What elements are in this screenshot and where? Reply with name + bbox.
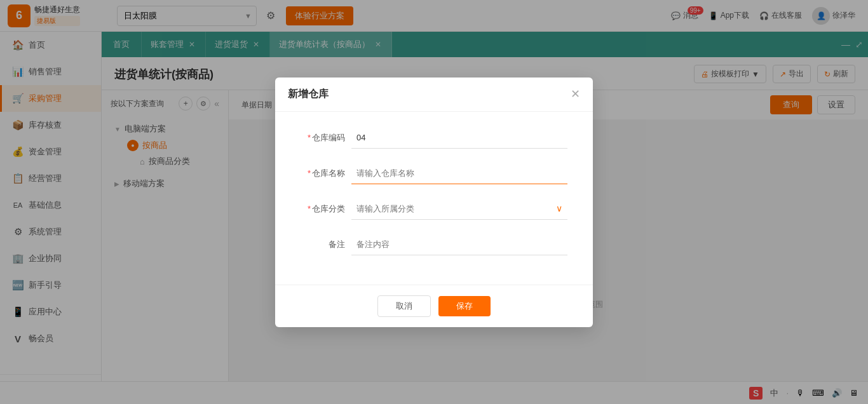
category-input[interactable]	[356, 204, 556, 213]
modal-overlay[interactable]: 新增仓库 ✕ 仓库编码 仓库名称 仓库分类 ∨	[0, 0, 868, 404]
category-select-wrap[interactable]: ∨	[351, 198, 567, 220]
form-row-category: 仓库分类 ∨	[301, 198, 567, 220]
code-label: 仓库编码	[301, 132, 351, 144]
category-chevron-icon: ∨	[556, 203, 562, 213]
dialog-body: 仓库编码 仓库名称 仓库分类 ∨ 备注	[275, 112, 593, 285]
dialog-footer: 取消 保存	[275, 285, 593, 327]
name-input[interactable]	[351, 163, 567, 184]
dialog-title: 新增仓库	[288, 88, 329, 101]
note-label: 备注	[301, 239, 351, 250]
form-row-note: 备注	[301, 234, 567, 255]
code-input[interactable]	[351, 127, 567, 149]
dialog-header: 新增仓库 ✕	[275, 77, 593, 112]
dialog-close-icon[interactable]: ✕	[571, 88, 580, 100]
name-label: 仓库名称	[301, 168, 351, 179]
save-button[interactable]: 保存	[438, 296, 491, 316]
form-row-name: 仓库名称	[301, 163, 567, 184]
form-row-code: 仓库编码	[301, 127, 567, 149]
add-warehouse-dialog: 新增仓库 ✕ 仓库编码 仓库名称 仓库分类 ∨	[275, 77, 593, 327]
category-label: 仓库分类	[301, 203, 351, 215]
cancel-button[interactable]: 取消	[377, 295, 431, 317]
note-input[interactable]	[351, 234, 567, 255]
